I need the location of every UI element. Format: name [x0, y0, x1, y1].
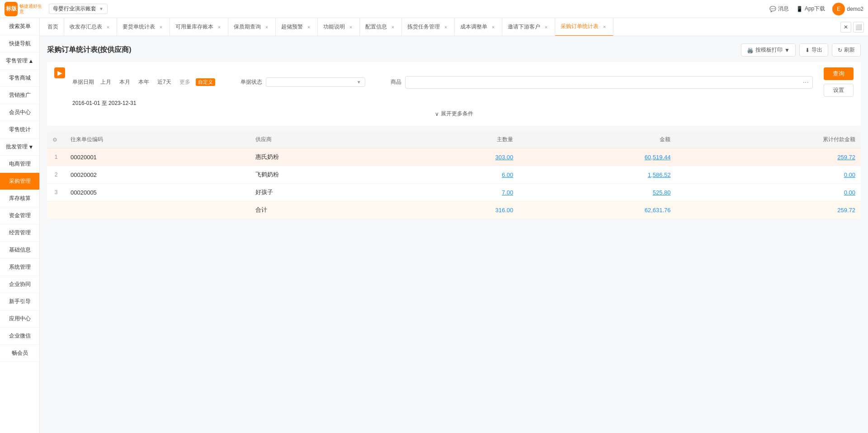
tab-close-all-button[interactable]: ✕ — [840, 22, 851, 33]
sidebar-item-retail-shop[interactable]: 零售商城 — [0, 70, 39, 87]
sidebar-item-purchase[interactable]: 采购管理 — [0, 173, 39, 190]
table-settings-icon[interactable]: ⚙ — [52, 137, 57, 143]
user-area[interactable]: E demo2 — [832, 3, 863, 15]
tab-label: 配置信息 — [365, 23, 387, 31]
sidebar-item-wechat[interactable]: 企业微信 — [0, 328, 39, 345]
workspace-dropdown[interactable]: 母婴行业演示账套 ▼ — [49, 4, 108, 14]
tab-expiry-query[interactable]: 保质期查询 × — [228, 18, 276, 36]
sidebar-item-inventory[interactable]: 库存核算 — [0, 190, 39, 207]
cell-quantity[interactable]: 303.00 — [396, 148, 519, 166]
cell-supplier: 飞鹤奶粉 — [250, 166, 396, 184]
tab-close-icon[interactable]: × — [601, 24, 608, 30]
print-dropdown-arrow: ▼ — [784, 47, 790, 53]
tab-home[interactable]: 首页 — [42, 18, 64, 36]
tab-available-stock[interactable]: 可用量库存账本 × — [170, 18, 228, 36]
sidebar-item-shortcut[interactable]: 快捷导航 — [0, 35, 39, 52]
tab-close-icon[interactable]: × — [105, 24, 111, 30]
sidebar-item-basic[interactable]: 基础信息 — [0, 242, 39, 259]
tab-invite-downstream[interactable]: 邀请下游客户 × — [502, 18, 555, 36]
cell-quantity[interactable]: 6.00 — [396, 166, 519, 184]
tab-receive-summary[interactable]: 收发存汇总表 × — [64, 18, 117, 36]
sidebar-item-newbie[interactable]: 新手引导 — [0, 293, 39, 310]
tab-cost-adjust[interactable]: 成本调整单 × — [455, 18, 502, 36]
cell-paid-amount[interactable]: 0.00 — [676, 166, 861, 184]
cell-amount[interactable]: 60,519.44 — [519, 148, 676, 166]
sidebar-item-search[interactable]: 搜索英单 — [0, 18, 39, 35]
logo-text: 畅捷通好生意 — [19, 4, 44, 14]
page-actions: 🖨️ 按模板打印 ▼ ⬇ 导出 ↻ 刷新 — [741, 43, 861, 57]
shortcut-more[interactable]: 更多 — [177, 77, 193, 87]
sidebar-item-ecommerce[interactable]: 电商管理 — [0, 156, 39, 173]
tab-config-info[interactable]: 配置信息 × — [360, 18, 402, 36]
shortcut-this-month[interactable]: 本月 — [117, 77, 133, 87]
shortcut-7days[interactable]: 近7天 — [155, 77, 174, 87]
refresh-label: 刷新 — [844, 46, 855, 54]
cell-supplier: 惠氏奶粉 — [250, 148, 396, 166]
cell-quantity[interactable]: 7.00 — [396, 184, 519, 201]
tab-close-icon[interactable]: × — [348, 24, 354, 30]
table-row[interactable]: 3 00020005 好孩子 7.00 525.80 0.00 — [47, 184, 861, 201]
query-button[interactable]: 查询 — [824, 67, 854, 80]
tab-function-desc[interactable]: 功能说明 × — [318, 18, 360, 36]
tab-close-icon[interactable]: × — [216, 24, 222, 30]
cell-paid-amount[interactable]: 259.72 — [676, 148, 861, 166]
tab-maximize-button[interactable]: ⬜ — [853, 22, 864, 33]
expand-more-button[interactable]: ∨ 展开更多条件 — [54, 107, 854, 120]
page-header: 采购订单统计表(按供应商) 🖨️ 按模板打印 ▼ ⬇ 导出 ↻ — [47, 43, 861, 57]
tab-overstock-warning[interactable]: 超储预警 × — [276, 18, 318, 36]
goods-filter: 商品 ··· — [391, 76, 813, 89]
refresh-button[interactable]: ↻ 刷新 — [832, 43, 861, 57]
sidebar-item-marketing[interactable]: 营销推广 — [0, 87, 39, 104]
tab-close-icon[interactable]: × — [264, 24, 270, 30]
col-header-unit-code: 往来单位编码 — [65, 131, 250, 148]
tab-close-icon[interactable]: × — [158, 24, 164, 30]
export-icon: ⬇ — [805, 47, 810, 53]
status-filter: 单据状态 ▼ — [241, 77, 365, 87]
custom-date-tag[interactable]: 自定义 — [196, 78, 215, 86]
goods-input[interactable] — [409, 79, 801, 86]
sidebar-item-enterprise[interactable]: 企业协同 — [0, 276, 39, 293]
sidebar-item-appcenter[interactable]: 应用中心 — [0, 310, 39, 328]
col-header-settings[interactable]: ⚙ — [47, 131, 65, 148]
table-footer-row: 合计 316.00 62,631.76 259.72 — [47, 201, 861, 219]
tab-label: 保质期查询 — [234, 23, 261, 31]
filter-toggle-button[interactable]: ▶ — [54, 67, 65, 78]
status-select[interactable]: ▼ — [266, 77, 365, 87]
tab-close-icon[interactable]: × — [443, 24, 449, 30]
sidebar-item-system[interactable]: 系统管理 — [0, 259, 39, 276]
cell-paid-amount[interactable]: 0.00 — [676, 184, 861, 201]
cell-amount[interactable]: 525.80 — [519, 184, 676, 201]
tab-close-icon[interactable]: × — [306, 24, 312, 30]
goods-more-icon[interactable]: ··· — [803, 78, 809, 86]
table-header-row: ⚙ 往来单位编码 供应商 主数量 金额 累计付款金额 — [47, 131, 861, 148]
sidebar-item-retail-stat[interactable]: 零售统计 — [0, 121, 39, 138]
sidebar-item-wholesale[interactable]: 批发管理 ▼ — [0, 138, 39, 156]
date-label: 单据日期 — [72, 78, 94, 86]
tab-purchase-summary[interactable]: 采购订单统计表 × — [555, 18, 613, 36]
sidebar-item-operations[interactable]: 经营管理 — [0, 224, 39, 242]
export-button[interactable]: ⬇ 导出 — [799, 43, 828, 57]
footer-amount: 62,631.76 — [519, 201, 676, 219]
table-row[interactable]: 1 00020001 惠氏奶粉 303.00 60,519.44 259.72 — [47, 148, 861, 166]
cell-amount[interactable]: 1,586.52 — [519, 166, 676, 184]
tab-task-mgmt[interactable]: 拣货任务管理 × — [402, 18, 455, 36]
app-download-button[interactable]: 📱 App下载 — [796, 5, 825, 13]
sidebar-item-finance[interactable]: 资金管理 — [0, 207, 39, 224]
settings-button[interactable]: 设置 — [824, 84, 854, 97]
sidebar-item-vip[interactable]: 畅会员 — [0, 345, 39, 362]
tab-close-icon[interactable]: × — [390, 24, 396, 30]
goods-input-area[interactable]: ··· — [405, 76, 813, 89]
print-button[interactable]: 🖨️ 按模板打印 ▼ — [741, 43, 796, 57]
tab-close-icon[interactable]: × — [490, 24, 496, 30]
date-filter: 单据日期 上月 本月 本年 近7天 更多 自定义 — [72, 77, 215, 87]
shortcut-last-month[interactable]: 上月 — [98, 77, 114, 87]
sidebar-item-member[interactable]: 会员中心 — [0, 104, 39, 121]
chevron-down-icon: ▼ — [28, 144, 34, 150]
table-row[interactable]: 2 00020002 飞鹤奶粉 6.00 1,586.52 0.00 — [47, 166, 861, 184]
tab-req-summary[interactable]: 要货单统计表 × — [117, 18, 170, 36]
tab-close-icon[interactable]: × — [543, 24, 549, 30]
footer-empty — [47, 201, 65, 219]
message-button[interactable]: 💬 消息 — [769, 5, 789, 13]
sidebar-item-retail[interactable]: 零售管理 ▲ — [0, 52, 39, 70]
shortcut-this-year[interactable]: 本年 — [136, 77, 152, 87]
